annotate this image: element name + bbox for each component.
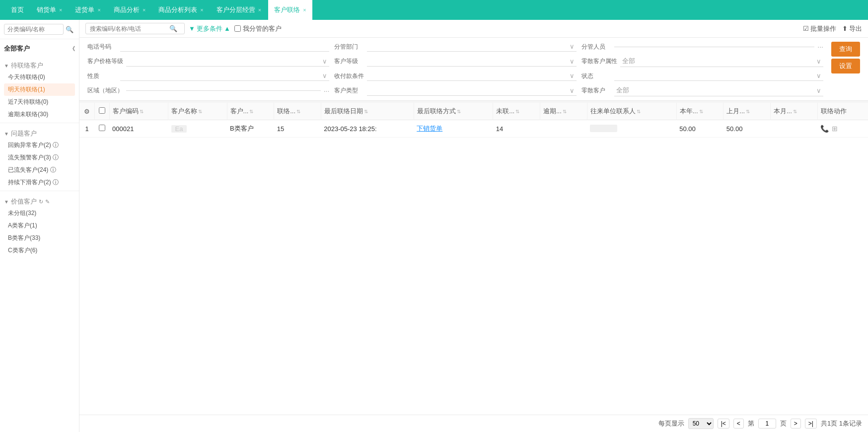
select-all-checkbox[interactable] bbox=[99, 107, 105, 114]
more-conditions-btn[interactable]: ▼ 更多条件 ▲ bbox=[189, 24, 230, 33]
nav-customer-contact-close[interactable]: × bbox=[303, 7, 306, 13]
td-this-year: 50.00 bbox=[676, 120, 723, 138]
refresh-icon[interactable]: ↻ bbox=[39, 199, 43, 205]
total-label: 共1页 1条记录 bbox=[821, 419, 862, 428]
sidebar: 🔍 全部客户 《 ▼ 待联络客户 今天待联络(0) 明天待联络(1) 近7天待联… bbox=[0, 20, 79, 432]
arrow-value: ▼ bbox=[4, 199, 9, 205]
filter-retail-attr: 零散客户属性 全部 ∨ bbox=[581, 56, 823, 67]
th-type-sort[interactable]: ⇅ bbox=[249, 109, 253, 114]
set-button[interactable]: 设置 bbox=[831, 59, 860, 73]
th-this-month-sort[interactable]: ⇅ bbox=[793, 109, 797, 114]
nav-goods-analysis-close[interactable]: × bbox=[143, 7, 145, 13]
th-uncontacted-sort[interactable]: ⇅ bbox=[515, 109, 519, 114]
group-pending-label: 待联络客户 bbox=[11, 61, 43, 70]
nav-sales-close[interactable]: × bbox=[59, 7, 62, 13]
nav-customer-tier-close[interactable]: × bbox=[258, 7, 261, 13]
th-this-year-sort[interactable]: ⇅ bbox=[699, 109, 703, 114]
export-btn[interactable]: ⬆ 导出 bbox=[842, 24, 862, 33]
td-last-month: 50.00 bbox=[723, 120, 771, 138]
row-checkbox[interactable] bbox=[99, 125, 105, 131]
sidebar-item-overdue-contact[interactable]: 逾期未联络(30) bbox=[4, 108, 75, 121]
filter-row-1: 电话号码 分管部门 ∨ 分管人员 bbox=[87, 42, 823, 52]
filter-phone-input[interactable] bbox=[120, 42, 329, 52]
group-pending-contact[interactable]: ▼ 待联络客户 bbox=[4, 59, 75, 71]
filter-person-dots[interactable]: ··· bbox=[817, 43, 823, 51]
filter-customer-level-select[interactable]: ∨ bbox=[367, 57, 576, 67]
all-customers-title[interactable]: 全部客户 《 bbox=[4, 42, 75, 55]
customer-type: B类客户 bbox=[230, 125, 254, 132]
filter-customer-level-label: 客户等级 bbox=[334, 57, 364, 66]
sidebar-search-area: 🔍 bbox=[0, 20, 79, 39]
filter-price-level: 客户价格等级 ∨ bbox=[87, 57, 329, 67]
sidebar-item-b-class[interactable]: B类客户(33) bbox=[4, 232, 75, 244]
sidebar-item-churned[interactable]: 已流失客户(24) ⓘ bbox=[4, 164, 75, 176]
sidebar-item-churn-warning[interactable]: 流失预警客户(3) ⓘ bbox=[4, 151, 75, 164]
sidebar-item-a-class[interactable]: A类客户(1) bbox=[4, 219, 75, 232]
my-customers-checkbox[interactable]: 我分管的客户 bbox=[234, 24, 282, 33]
filter-retail-attr-select[interactable]: 全部 ∨ bbox=[620, 56, 823, 67]
th-overdue-sort[interactable]: ⇅ bbox=[563, 109, 567, 114]
th-last-method-label: 最后联络方式 bbox=[417, 107, 456, 116]
td-type: B类客户 bbox=[227, 120, 274, 138]
td-this-month bbox=[770, 120, 817, 138]
th-name-sort[interactable]: ⇅ bbox=[198, 109, 202, 114]
my-customers-label: 我分管的客户 bbox=[243, 24, 282, 33]
first-page-btn[interactable]: |< bbox=[718, 419, 729, 429]
filter-panel: 电话号码 分管部门 ∨ 分管人员 bbox=[79, 38, 868, 101]
nav-goods-analysis-list[interactable]: 商品分析列表 × bbox=[152, 0, 209, 20]
next-page-btn[interactable]: > bbox=[791, 419, 801, 429]
gear-icon[interactable]: ⚙ bbox=[84, 108, 90, 115]
filter-nature-select[interactable]: ∨ bbox=[120, 71, 329, 81]
th-last-date-sort[interactable]: ⇅ bbox=[364, 109, 368, 114]
sidebar-item-repurchase-abnormal[interactable]: 回购异常客户(2) ⓘ bbox=[4, 139, 75, 151]
nav-purchase-close[interactable]: × bbox=[97, 7, 100, 13]
batch-op-btn[interactable]: ☑ 批量操作 bbox=[803, 24, 836, 33]
nav-goods-analysis-list-close[interactable]: × bbox=[200, 7, 203, 13]
th-unit-contact-sort[interactable]: ⇅ bbox=[637, 109, 641, 114]
group-problem-customers[interactable]: ▼ 问题客户 bbox=[4, 127, 75, 139]
nav-goods-analysis[interactable]: 商品分析 × bbox=[108, 0, 151, 20]
sidebar-item-unclassified[interactable]: 未分组(32) bbox=[4, 207, 75, 219]
filter-payment-label: 收付款条件 bbox=[334, 72, 364, 80]
phone-action-icon[interactable]: 📞 bbox=[820, 125, 829, 133]
page-input[interactable] bbox=[758, 419, 776, 429]
grid-action-icon[interactable]: ⊞ bbox=[832, 125, 838, 133]
sidebar-item-tomorrow-contact[interactable]: 明天待联络(1) bbox=[4, 83, 75, 96]
filter-status-select[interactable]: ∨ bbox=[614, 71, 823, 81]
th-last-method-sort[interactable]: ⇅ bbox=[457, 109, 461, 114]
last-page-btn[interactable]: >| bbox=[805, 419, 817, 429]
sidebar-item-declining[interactable]: 持续下滑客户(2) ⓘ bbox=[4, 176, 75, 189]
nav-sales[interactable]: 销货单 × bbox=[31, 0, 68, 20]
edit-value-icon[interactable]: ✎ bbox=[45, 199, 50, 205]
filter-dept-select[interactable]: ∨ bbox=[367, 42, 576, 52]
filter-payment-select[interactable]: ∨ bbox=[367, 71, 576, 81]
footer: 每页显示 50 100 200 |< < 第 页 > >| 共1页 1条记录 bbox=[79, 415, 868, 432]
filter-region-dots[interactable]: ··· bbox=[324, 87, 330, 95]
per-page-select[interactable]: 50 100 200 bbox=[688, 418, 714, 429]
sidebar-search-input[interactable] bbox=[4, 24, 64, 35]
sidebar-item-7days-contact[interactable]: 近7天待联络(0) bbox=[4, 96, 75, 108]
filter-price-level-select[interactable]: ∨ bbox=[126, 57, 329, 67]
sidebar-search-icon[interactable]: 🔍 bbox=[66, 26, 73, 33]
prev-page-btn[interactable]: < bbox=[733, 419, 744, 429]
my-customers-check[interactable] bbox=[234, 25, 241, 32]
th-code-sort[interactable]: ⇅ bbox=[140, 109, 144, 114]
filter-nature: 性质 ∨ bbox=[87, 71, 329, 81]
nav-home[interactable]: 首页 bbox=[5, 0, 30, 20]
group-value-customers[interactable]: ▼ 价值客户 ↻ ✎ bbox=[4, 195, 75, 207]
nav-purchase[interactable]: 进货单 × bbox=[69, 0, 106, 20]
sidebar-item-today-contact[interactable]: 今天待联络(0) bbox=[4, 71, 75, 83]
last-month-value: 50.00 bbox=[726, 125, 743, 133]
th-last-month-sort[interactable]: ⇅ bbox=[746, 109, 750, 114]
query-button[interactable]: 查询 bbox=[831, 42, 860, 57]
last-method-link[interactable]: 下销货单 bbox=[417, 125, 442, 132]
search-icon[interactable]: 🔍 bbox=[169, 25, 177, 32]
filter-customer-type: 客户类型 ∨ bbox=[334, 86, 576, 96]
th-contact-sort[interactable]: ⇅ bbox=[296, 109, 300, 114]
filter-customer-type-select[interactable]: ∨ bbox=[367, 86, 576, 96]
nav-customer-tier[interactable]: 客户分层经营 × bbox=[211, 0, 267, 20]
filter-retail-select[interactable]: 全部 ∨ bbox=[614, 85, 823, 96]
sidebar-item-c-class[interactable]: C类客户(6) bbox=[4, 244, 75, 257]
search-input[interactable] bbox=[90, 25, 169, 32]
nav-customer-contact[interactable]: 客户联络 × bbox=[268, 0, 312, 20]
